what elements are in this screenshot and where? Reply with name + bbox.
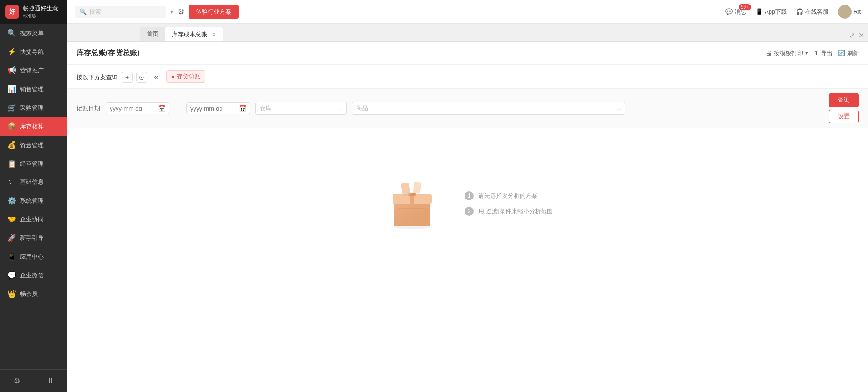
sidebar-item-operation[interactable]: 📋 经营管理 — [0, 154, 67, 173]
tab-home[interactable]: 首页 — [140, 27, 165, 41]
filter-add-button[interactable]: + — [122, 72, 133, 83]
tab-close-all-icon[interactable]: ✕ — [858, 31, 864, 40]
message-icon: 💬 — [725, 8, 733, 15]
step-1-badge: 1 — [465, 191, 474, 200]
cooperation-icon: 🤝 — [7, 215, 15, 224]
tab-inventory-cost[interactable]: 库存成本总账 ✕ — [165, 27, 223, 41]
sidebar-item-finance[interactable]: 💰 资金管理 — [0, 136, 67, 154]
search-icon: 🔍 — [7, 29, 15, 37]
sidebar-item-marketing[interactable]: 📢 营销推广 — [0, 61, 67, 80]
wechat-icon: 💬 — [7, 271, 15, 280]
date-label: 记账日期 — [77, 104, 100, 112]
sidebar-item-member[interactable]: 👑 畅会员 — [0, 285, 67, 303]
empty-hint-text-2: 用[过滤]条件来缩小分析范围 — [478, 207, 552, 215]
date-end-input[interactable] — [190, 105, 236, 112]
export-icon: ⬆ — [814, 50, 819, 56]
purchase-icon: 🛒 — [7, 103, 15, 112]
message-badge: 99+ — [739, 4, 751, 10]
print-template-button[interactable]: 🖨 按模板打印 ▾ — [766, 49, 808, 57]
user-avatar[interactable]: Rit — [838, 5, 861, 19]
basic-icon: 🗂 — [7, 178, 15, 186]
search-placeholder-icon: 🔍 — [79, 8, 87, 15]
sidebar-item-shortcut[interactable]: ⚡ 快捷导航 — [0, 42, 67, 61]
topbar: 🔍 搜索 ▾ ⚙ 体验行业方案 💬 消息 99+ 📱 App下载 🎧 在线客服 … — [67, 0, 868, 24]
empty-hint-text-1: 请先选择要分析的方案 — [478, 192, 537, 200]
product-field[interactable]: 商品 ··· — [352, 102, 625, 115]
marketing-icon: 📢 — [7, 66, 15, 75]
operation-icon: 📋 — [7, 159, 15, 168]
settings-filter-button[interactable]: 设置 — [829, 110, 859, 123]
refresh-button[interactable]: 🔄 刷新 — [838, 49, 859, 57]
appcenter-icon: 📱 — [7, 252, 15, 261]
system-icon: ⚙️ — [7, 196, 15, 205]
warehouse-field[interactable]: 仓库 ··· — [255, 102, 347, 115]
finance-icon: 💰 — [7, 141, 15, 149]
print-icon: 🖨 — [766, 50, 772, 56]
date-separator: — — [175, 105, 181, 112]
page-title: 库存总账(存货总账) — [77, 48, 140, 58]
tab-expand-icon[interactable]: ⤢ — [849, 31, 855, 40]
logo-icon: 好 — [5, 5, 19, 19]
step-2-badge: 2 — [465, 207, 474, 216]
calendar-start-icon[interactable]: 📅 — [158, 105, 166, 112]
trial-button[interactable]: 体验行业方案 — [189, 5, 239, 19]
settings-gear-icon[interactable]: ⚙ — [178, 7, 184, 16]
svg-rect-8 — [401, 183, 411, 197]
warehouse-more-icon: ··· — [337, 105, 342, 112]
print-chevron-icon: ▾ — [805, 50, 808, 56]
search-chevron-icon: ▾ — [170, 9, 173, 15]
main-area: 🔍 搜索 ▾ ⚙ 体验行业方案 💬 消息 99+ 📱 App下载 🎧 在线客服 … — [67, 0, 868, 392]
empty-state-content: 1 请先选择要分析的方案 2 用[过滤]条件来缩小分析范围 — [383, 174, 552, 233]
empty-illustration — [383, 174, 442, 233]
date-start-field[interactable]: 📅 — [106, 102, 169, 114]
date-end-field[interactable]: 📅 — [186, 102, 250, 114]
topbar-right: 💬 消息 99+ 📱 App下载 🎧 在线客服 Rit — [725, 5, 861, 19]
shortcut-icon: ⚡ — [7, 47, 15, 56]
app-download-button[interactable]: 📱 App下载 — [756, 8, 787, 16]
guide-icon: 🚀 — [7, 234, 15, 242]
empty-state: 1 请先选择要分析的方案 2 用[过滤]条件来缩小分析范围 — [67, 128, 868, 279]
collapse-button[interactable]: ⏸ — [45, 375, 56, 387]
sidebar-item-cooperation[interactable]: 🤝 企业协同 — [0, 210, 67, 229]
scheme-icon: ● — [171, 73, 175, 80]
sidebar-item-search[interactable]: 🔍 搜索菜单 — [0, 24, 67, 42]
filter-row: 记账日期 📅 — 📅 仓库 ··· 商品 ··· 查询 设置 — [67, 89, 868, 128]
scheme-item-inventory[interactable]: ● 存货总账 — [166, 70, 205, 83]
sidebar-item-guide[interactable]: 🚀 新手引导 — [0, 229, 67, 247]
sidebar: 好 畅捷通好生意 标准版 🔍 搜索菜单 ⚡ 快捷导航 📢 营销推广 📊 销售管理… — [0, 0, 67, 392]
calendar-end-icon[interactable]: 📅 — [239, 105, 246, 112]
inventory-icon: 📦 — [7, 122, 15, 131]
sidebar-item-basic[interactable]: 🗂 基础信息 — [0, 173, 67, 191]
mobile-icon: 📱 — [756, 8, 763, 15]
app-logo: 好 畅捷通好生意 标准版 — [0, 0, 67, 24]
date-start-input[interactable] — [110, 105, 155, 112]
page-header: 库存总账(存货总账) 🖨 按模板打印 ▾ ⬆ 导出 🔄 刷新 — [67, 42, 868, 65]
page-header-actions: 🖨 按模板打印 ▾ ⬆ 导出 🔄 刷新 — [766, 49, 859, 57]
content-area: 库存总账(存货总账) 🖨 按模板打印 ▾ ⬆ 导出 🔄 刷新 — [67, 42, 868, 392]
filter-manage-button[interactable]: ⊙ — [136, 72, 147, 83]
message-button[interactable]: 💬 消息 99+ — [725, 8, 746, 16]
sidebar-item-system[interactable]: ⚙️ 系统管理 — [0, 191, 67, 210]
sales-icon: 📊 — [7, 85, 15, 93]
settings-button[interactable]: ⚙ — [11, 374, 22, 387]
logo-text: 畅捷通好生意 标准版 — [23, 5, 58, 19]
sidebar-item-purchase[interactable]: 🛒 采购管理 — [0, 98, 67, 117]
online-service-button[interactable]: 🎧 在线客服 — [796, 8, 829, 16]
filter-label: 按以下方案查询 — [77, 73, 118, 81]
svg-rect-9 — [413, 182, 422, 194]
empty-svg — [383, 174, 442, 233]
sidebar-nav: 🔍 搜索菜单 ⚡ 快捷导航 📢 营销推广 📊 销售管理 🛒 采购管理 📦 库存核… — [0, 24, 67, 369]
action-buttons: 查询 设置 — [829, 93, 859, 123]
sidebar-item-inventory[interactable]: 📦 库存核算 — [0, 117, 67, 136]
sidebar-item-appcenter[interactable]: 📱 应用中心 — [0, 247, 67, 266]
member-icon: 👑 — [7, 290, 15, 298]
export-button[interactable]: ⬆ 导出 — [814, 49, 832, 57]
sidebar-item-wechat[interactable]: 💬 企业微信 — [0, 266, 67, 285]
topbar-search[interactable]: 🔍 搜索 — [75, 6, 166, 18]
filter-collapse-button[interactable]: « — [151, 72, 162, 83]
query-button[interactable]: 查询 — [829, 93, 859, 107]
tab-close-icon[interactable]: ✕ — [212, 31, 216, 38]
sidebar-item-sales[interactable]: 📊 销售管理 — [0, 80, 67, 98]
refresh-icon: 🔄 — [838, 50, 845, 56]
empty-hint-2: 2 用[过滤]条件来缩小分析范围 — [465, 207, 552, 216]
